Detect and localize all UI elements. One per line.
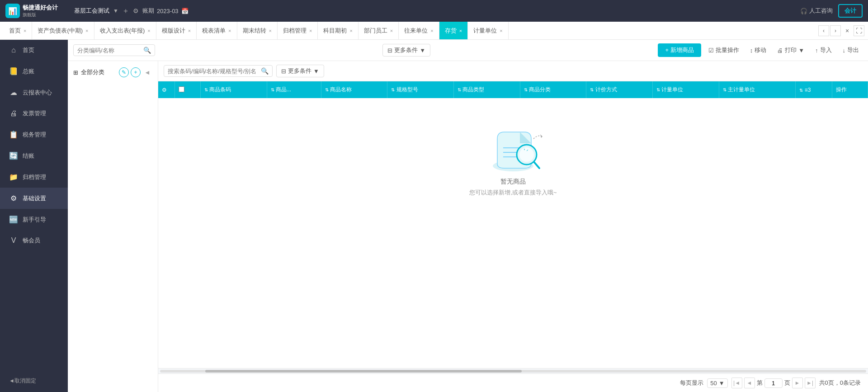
sidebar-item-report-label: 云报表中心 xyxy=(23,89,52,97)
sidebar-item-invoice[interactable]: 🖨 发票管理 xyxy=(0,103,68,124)
next-page-button[interactable]: ► xyxy=(792,378,803,388)
table-search-input[interactable] xyxy=(168,68,258,75)
category-search-input[interactable] xyxy=(77,47,141,54)
page-size-select[interactable]: 50 ▼ xyxy=(707,378,727,388)
tab-dept-label: 部门员工 xyxy=(364,27,387,35)
tab-subject[interactable]: 科目期初 × xyxy=(318,22,358,40)
th-settings[interactable]: ⚙ xyxy=(158,81,175,98)
sidebar-item-home[interactable]: ⌂ 首页 xyxy=(0,40,68,61)
batch-operation-button[interactable]: ☑ 批量操作 xyxy=(705,44,743,56)
import-button[interactable]: ↑ 导入 xyxy=(811,44,835,56)
panel-collapse-button[interactable]: ◄ xyxy=(142,67,152,77)
tab-inventory-label: 存货 xyxy=(445,27,457,35)
tab-inventory-close[interactable]: × xyxy=(459,28,462,33)
tab-asset[interactable]: 资产负债表(中期) × xyxy=(32,22,94,40)
period-value: 2023-03 xyxy=(157,8,179,14)
add-workspace-button[interactable]: ＋ xyxy=(122,6,129,16)
product-table: ⚙ ⇅ 商品条码 ⇅ 商品... ⇅ 商品名称 ⇅ 规格型号 ⇅ 商品类型 ⇅ … xyxy=(158,81,868,98)
sidebar-item-basic[interactable]: ⚙ 基础设置 xyxy=(0,188,68,209)
first-page-button[interactable]: |◄ xyxy=(731,378,742,388)
sidebar-item-tax-label: 税务管理 xyxy=(23,131,46,139)
logo-icon: 📊 xyxy=(5,4,20,18)
th-code[interactable]: ⇅ 商品... xyxy=(267,81,321,98)
scrollbar-thumb[interactable] xyxy=(205,370,522,373)
add-product-button[interactable]: + 新增商品 xyxy=(658,43,701,57)
category-search-icon[interactable]: 🔍 xyxy=(143,47,151,54)
tab-yearend[interactable]: 期末结转 × xyxy=(237,22,278,40)
page-number-input[interactable] xyxy=(764,378,783,388)
th-checkbox[interactable] xyxy=(175,81,201,98)
workspace-dropdown-icon[interactable]: ▼ xyxy=(113,8,118,14)
period-area: 账期 2023-03 📅 xyxy=(142,7,189,15)
tab-prev-button[interactable]: ‹ xyxy=(818,25,829,36)
sidebar-pin-toggle[interactable]: ◄取消固定 xyxy=(0,370,68,392)
tab-dept[interactable]: 部门员工 × xyxy=(359,22,399,40)
th-type[interactable]: ⇅ 商品类型 xyxy=(453,81,520,98)
th-category[interactable]: ⇅ 商品分类 xyxy=(520,81,586,98)
sidebar-item-home-label: 首页 xyxy=(23,46,34,54)
prev-page-button[interactable]: ◄ xyxy=(744,378,755,388)
sidebar-item-close[interactable]: 🔄 结账 xyxy=(0,145,68,166)
tab-expand-button[interactable]: ⛶ xyxy=(854,25,864,36)
tab-partner-close[interactable]: × xyxy=(430,28,433,33)
settings-icon[interactable]: ⚙ xyxy=(133,7,139,14)
calendar-icon[interactable]: 📅 xyxy=(181,8,189,14)
tab-next-button[interactable]: › xyxy=(830,25,841,36)
tab-template-close[interactable]: × xyxy=(188,28,191,33)
tab-asset-close[interactable]: × xyxy=(85,28,88,33)
tab-taxclear[interactable]: 税表清单 × xyxy=(197,22,237,40)
consult-button[interactable]: 🎧 人工咨询 xyxy=(800,7,833,15)
tab-taxclear-close[interactable]: × xyxy=(228,28,231,33)
tab-unit[interactable]: 计量单位 × xyxy=(468,22,508,40)
tab-close-all-button[interactable]: × xyxy=(842,25,853,36)
th-price-method[interactable]: ⇅ 计价方式 xyxy=(586,81,653,98)
th-col3[interactable]: ⇅ ≡3 xyxy=(796,81,832,98)
tab-income-close[interactable]: × xyxy=(147,28,150,33)
sidebar-item-invoice-label: 发票管理 xyxy=(23,109,46,118)
export-button[interactable]: ↓ 导出 xyxy=(839,44,863,56)
move-button[interactable]: ↕ 移动 xyxy=(746,44,770,56)
sidebar-item-report[interactable]: ☁ 云报表中心 xyxy=(0,82,68,103)
tab-archive-close[interactable]: × xyxy=(309,28,312,33)
account-button[interactable]: 会计 xyxy=(838,4,863,18)
horizontal-scrollbar[interactable] xyxy=(158,368,868,373)
tab-home-close[interactable]: × xyxy=(24,28,26,33)
sidebar-item-archive[interactable]: 📁 归档管理 xyxy=(0,166,68,188)
sidebar-item-tax[interactable]: 📋 税务管理 xyxy=(0,124,68,145)
category-edit-button[interactable]: ✎ xyxy=(119,67,129,77)
top-bar: 📊 畅捷通好会计 旗舰版 基层工会测试 ▼ ＋ ⚙ 账期 2023-03 📅 🎧… xyxy=(0,0,868,22)
tab-home[interactable]: 首页 × xyxy=(4,22,32,40)
export-icon: ↓ xyxy=(843,47,846,54)
tab-inventory[interactable]: 存货 × xyxy=(439,22,468,40)
tab-template[interactable]: 模版设计 × xyxy=(156,22,197,40)
th-barcode[interactable]: ⇅ 商品条码 xyxy=(201,81,267,98)
category-search-box[interactable]: 🔍 xyxy=(73,44,155,56)
sidebar-item-ledger[interactable]: 📒 总账 xyxy=(0,61,68,82)
tab-dept-close[interactable]: × xyxy=(390,28,393,33)
empty-svg xyxy=(486,125,549,175)
toolbar: 🔍 ⊟ 更多条件 ▼ + 新增商品 ☑ 批量操作 ↕ 移动 🖨 打印 ▼ xyxy=(68,40,868,61)
th-name[interactable]: ⇅ 商品名称 xyxy=(321,81,387,98)
tab-subject-close[interactable]: × xyxy=(349,28,352,33)
tab-unit-close[interactable]: × xyxy=(500,28,502,33)
table-search-box[interactable]: 🔍 xyxy=(164,65,273,77)
sidebar-item-guide[interactable]: 🆕 新手引导 xyxy=(0,209,68,230)
tab-partner[interactable]: 往来单位 × xyxy=(399,22,439,40)
print-button[interactable]: 🖨 打印 ▼ xyxy=(774,44,808,56)
top-right-area: 🎧 人工咨询 会计 xyxy=(800,4,863,18)
sidebar-item-member[interactable]: V 畅会员 xyxy=(0,230,68,251)
table-search-icon[interactable]: 🔍 xyxy=(261,67,269,75)
th-main-unit[interactable]: ⇅ 主计量单位 xyxy=(719,81,796,98)
table-filter-button[interactable]: ⊟ 更多条件 ▼ xyxy=(276,65,324,77)
tab-archive[interactable]: 归档管理 × xyxy=(278,22,318,40)
tab-yearend-close[interactable]: × xyxy=(269,28,272,33)
th-spec[interactable]: ⇅ 规格型号 xyxy=(387,81,454,98)
move-label: 移动 xyxy=(755,46,766,54)
filter-button[interactable]: ⊟ 更多条件 ▼ xyxy=(382,44,430,57)
category-add-button[interactable]: + xyxy=(131,67,141,77)
move-icon: ↕ xyxy=(750,47,753,54)
th-unit[interactable]: ⇅ 计量单位 xyxy=(652,81,719,98)
tab-income[interactable]: 收入支出表(年报) × xyxy=(94,22,156,40)
select-all-checkbox[interactable] xyxy=(179,86,184,92)
last-page-button[interactable]: ►| xyxy=(805,378,816,388)
